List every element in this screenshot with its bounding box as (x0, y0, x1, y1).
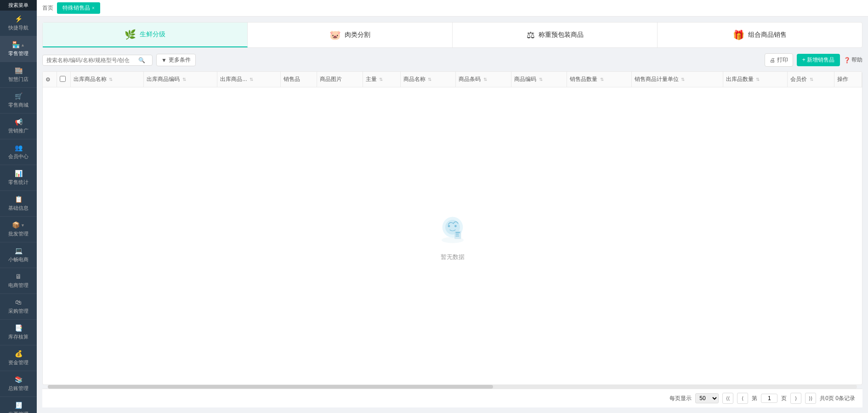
ecommerce-icon: 🖥 (15, 273, 22, 280)
scrollbar-thumb[interactable] (48, 385, 493, 389)
th-settings[interactable]: ⚙ (43, 72, 57, 87)
weigh-prepack-icon: ⚖ (527, 29, 535, 40)
th-sales-qty[interactable]: 销售品数量 ⇅ (567, 72, 631, 87)
th-outbound-code[interactable]: 出库商品编码 ⇅ (144, 72, 217, 87)
search-input[interactable] (46, 57, 138, 63)
empty-icon (434, 211, 471, 247)
fresh-grading-icon: 🌿 (125, 29, 136, 40)
th-barcode[interactable]: 商品条码 ⇅ (456, 72, 511, 87)
sidebar-item-mall[interactable]: 🛒 零售商城 (0, 88, 37, 114)
sidebar-item-smart-store[interactable]: 🏬 智慧门店 (0, 62, 37, 88)
tab-fresh-grading[interactable]: 🌿 生鲜分级 (43, 23, 248, 47)
sidebar-logo[interactable]: 搜索菜单 (0, 0, 37, 11)
sidebar-item-quick-nav[interactable]: ⚡ 快捷导航 (0, 11, 37, 36)
tab-weigh-prepack[interactable]: ⚖ 称重预包装商品 (453, 23, 658, 47)
th-outbound-item[interactable]: 出库商品... ⇅ (217, 72, 280, 87)
page-label-before: 第 (752, 395, 757, 402)
help-button[interactable]: ❓ 帮助 (844, 56, 862, 64)
sidebar-item-wholesale[interactable]: 📦 ▼ 批发管理 (0, 217, 37, 242)
tab-combo-sales[interactable]: 🎁 组合商品销售 (658, 23, 862, 47)
new-button[interactable]: + 新增销售品 (797, 54, 840, 66)
search-icon[interactable]: 🔍 (138, 57, 145, 63)
main-content: 首页 特殊销售品 × 🌿 生鲜分级 🐷 肉类分割 ⚖ 称重预包装商品 🎁 组合商… (37, 0, 868, 413)
page-size-select[interactable]: 50 10 20 100 (695, 393, 719, 403)
type-tabs: 🌿 生鲜分级 🐷 肉类分割 ⚖ 称重预包装商品 🎁 组合商品销售 (42, 22, 862, 48)
th-outbound-qty[interactable]: 出库品数量 ⇅ (723, 72, 787, 87)
sidebar-item-retail[interactable]: 🏪 ▲ 零售管理 (0, 36, 37, 62)
sidebar-item-marketing[interactable]: 📢 营销推广 (0, 114, 37, 139)
empty-state: 暂无数据 (43, 87, 862, 384)
print-label: 打印 (777, 56, 788, 64)
sidebar-item-label: 电商管理 (8, 282, 28, 289)
sort-icon: ⇅ (810, 77, 813, 82)
th-member-price[interactable]: 会员价 ⇅ (788, 72, 834, 87)
sidebar-item-label: 零售管理 (8, 50, 28, 57)
th-outbound-item-label: 出库商品... (220, 76, 247, 82)
th-barcode-label: 商品条码 (459, 76, 481, 82)
th-outbound-name[interactable]: 出库商品名称 ⇅ (70, 72, 144, 87)
stats-icon: 📊 (15, 170, 23, 177)
svg-rect-8 (455, 235, 459, 236)
sort-icon: ⇅ (182, 77, 186, 82)
total-text: 共0页 0条记录 (820, 395, 855, 402)
th-main-qty[interactable]: 主量 ⇅ (363, 72, 400, 87)
prev-page-button[interactable]: ⟨ (737, 393, 748, 404)
sidebar-item-retail-stats[interactable]: 📊 零售统计 (0, 165, 37, 191)
svg-rect-6 (455, 232, 460, 233)
first-page-button[interactable]: ⟨⟨ (722, 393, 733, 404)
horizontal-scrollbar[interactable] (48, 385, 857, 389)
content-area: 🌿 生鲜分级 🐷 肉类分割 ⚖ 称重预包装商品 🎁 组合商品销售 🔍 (37, 17, 868, 413)
sidebar-item-invoice[interactable]: 🧾 发票管理 (0, 397, 37, 413)
last-page-button[interactable]: ⟩⟩ (805, 393, 816, 404)
topbar-tab-special-sales[interactable]: 特殊销售品 × (57, 2, 100, 14)
table-container: ⚙ 出库商品名称 ⇅ 出库商品编码 ⇅ 出库商品... ⇅ (42, 71, 862, 385)
sort-icon: ⇅ (483, 77, 487, 82)
sidebar-item-ecommerce-small[interactable]: 💻 小畅电商 (0, 242, 37, 268)
sidebar-item-label: 批发管理 (8, 230, 28, 237)
filter-button[interactable]: ▼ 更多条件 (156, 54, 196, 66)
empty-text: 暂无数据 (441, 253, 465, 261)
sort-icon: ⇅ (250, 77, 253, 82)
toolbar-right: 🖨 打印 + 新增销售品 ❓ 帮助 (765, 53, 862, 67)
page-label: 页 (781, 395, 787, 402)
sidebar-item-inventory[interactable]: 📑 库存核算 (0, 320, 37, 345)
sidebar-item-label: 智慧门店 (8, 76, 28, 83)
print-button[interactable]: 🖨 打印 (765, 53, 793, 67)
wholesale-icon: 📦 (12, 221, 20, 229)
select-all-checkbox[interactable] (60, 76, 66, 82)
th-product-name[interactable]: 商品名称 ⇅ (400, 72, 456, 87)
sidebar-item-ledger[interactable]: 📚 总账管理 (0, 371, 37, 397)
tab-combo-sales-label: 组合商品销售 (748, 31, 787, 39)
pagination: 每页显示 50 10 20 100 ⟨⟨ ⟨ 第 页 ⟩ ⟩⟩ 共0页 0条记录 (42, 389, 862, 407)
sidebar-item-label: 快捷导航 (8, 24, 28, 31)
topbar-home[interactable]: 首页 (42, 4, 53, 12)
th-checkbox[interactable] (57, 72, 70, 87)
ecommerce-small-icon: 💻 (15, 247, 23, 254)
sidebar: 搜索菜单 ⚡ 快捷导航 🏪 ▲ 零售管理 🏬 智慧门店 🛒 零售商城 📢 营销推… (0, 0, 37, 413)
th-product-name-label: 商品名称 (403, 76, 425, 82)
sidebar-item-members[interactable]: 👥 会员中心 (0, 139, 37, 165)
th-product-image: 商品图片 (317, 72, 363, 87)
tab-meat-cutting[interactable]: 🐷 肉类分割 (248, 23, 453, 47)
sidebar-item-purchase[interactable]: 🛍 采购管理 (0, 294, 37, 320)
th-outbound-code-label: 出库商品编码 (147, 76, 180, 82)
sort-icon: ⇅ (539, 77, 543, 82)
ledger-icon: 📚 (15, 376, 23, 383)
sidebar-item-basic-info[interactable]: 📋 基础信息 (0, 191, 37, 217)
filter-icon: ▼ (161, 57, 167, 63)
toolbar: 🔍 ▼ 更多条件 🖨 打印 + 新增销售品 ❓ 帮助 (42, 53, 862, 67)
sidebar-item-label: 采购管理 (8, 308, 28, 315)
search-box[interactable]: 🔍 (42, 55, 153, 66)
sidebar-item-ecommerce[interactable]: 🖥 电商管理 (0, 268, 37, 294)
th-outbound-qty-label: 出库品数量 (726, 76, 754, 82)
next-page-button[interactable]: ⟩ (790, 393, 801, 404)
th-product-code[interactable]: 商品编码 ⇅ (511, 72, 567, 87)
sidebar-item-finance[interactable]: 💰 资金管理 (0, 345, 37, 371)
th-sales-unit[interactable]: 销售商品计量单位 ⇅ (631, 72, 723, 87)
th-member-price-label: 会员价 (790, 76, 807, 82)
topbar-tab-close[interactable]: × (92, 6, 95, 11)
page-input[interactable] (761, 394, 777, 403)
th-product-image-label: 商品图片 (320, 76, 342, 82)
th-action-label: 操作 (837, 76, 848, 82)
marketing-icon: 📢 (15, 118, 23, 126)
